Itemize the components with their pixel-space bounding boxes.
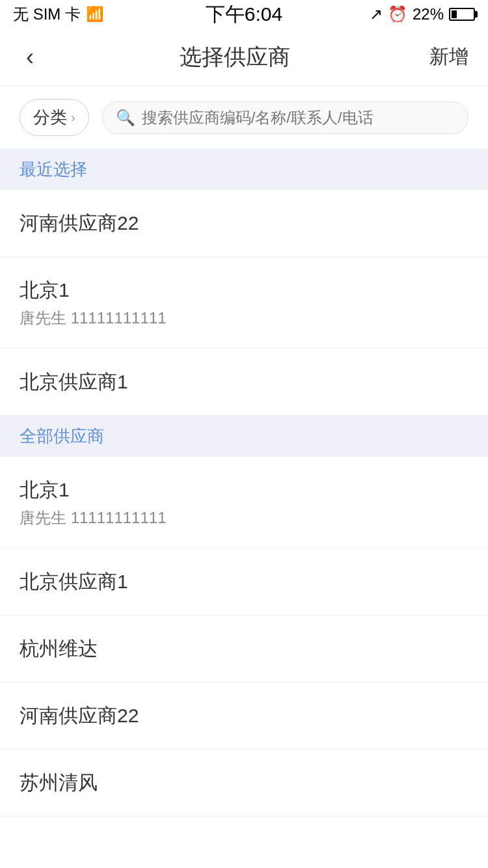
list-item[interactable]: 北京供应商1 <box>0 549 488 616</box>
location-icon: ↗ <box>370 5 383 23</box>
search-icon: 🔍 <box>116 109 135 127</box>
chevron-right-icon: › <box>71 110 75 125</box>
no-sim-text: 无 SIM 卡 <box>13 4 81 25</box>
item-name: 河南供应商22 <box>20 210 468 237</box>
alarm-icon: ⏰ <box>388 5 407 23</box>
item-name: 河南供应商22 <box>20 702 468 729</box>
list-item[interactable]: 河南供应商22 <box>0 190 488 257</box>
all-list: 北京1唐先生 11111111111北京供应商1杭州维达河南供应商22苏州清风 <box>0 457 488 817</box>
list-item[interactable]: 北京1唐先生 11111111111 <box>0 257 488 349</box>
wifi-icon: 📶 <box>86 6 103 23</box>
recent-list: 河南供应商22北京1唐先生 11111111111北京供应商1 <box>0 190 488 416</box>
status-bar: 无 SIM 卡 📶 下午6:04 ↗ ⏰ 22% <box>0 0 488 29</box>
page-title: 选择供应商 <box>180 42 290 72</box>
status-left: 无 SIM 卡 📶 <box>13 4 103 25</box>
category-filter[interactable]: 分类 › <box>20 99 89 136</box>
battery-text: 22% <box>413 5 444 23</box>
item-sub: 唐先生 11111111111 <box>20 308 468 329</box>
add-button[interactable]: 新增 <box>429 44 468 70</box>
category-label: 分类 <box>33 106 67 129</box>
status-right: ↗ ⏰ 22% <box>370 5 475 23</box>
item-name: 苏州清风 <box>20 769 468 796</box>
battery-fill <box>452 10 457 18</box>
list-item[interactable]: 杭州维达 <box>0 616 488 683</box>
item-sub: 唐先生 11111111111 <box>20 508 468 528</box>
nav-bar: ‹ 选择供应商 新增 <box>0 29 488 86</box>
list-item[interactable]: 北京供应商1 <box>0 349 488 416</box>
item-name: 北京供应商1 <box>20 568 468 595</box>
list-item[interactable]: 苏州清风 <box>0 750 488 817</box>
list-item[interactable]: 北京1唐先生 11111111111 <box>0 457 488 549</box>
list-item[interactable]: 河南供应商22 <box>0 683 488 750</box>
item-name: 杭州维达 <box>20 635 468 662</box>
recent-section-header: 最近选择 <box>0 149 488 190</box>
back-button[interactable]: ‹ <box>20 37 40 77</box>
all-section-header: 全部供应商 <box>0 416 488 457</box>
search-input[interactable] <box>142 109 455 127</box>
battery-bar <box>449 8 475 21</box>
all-section-label: 全部供应商 <box>20 426 104 446</box>
item-name: 北京1 <box>20 277 468 304</box>
filter-bar: 分类 › 🔍 <box>0 86 488 149</box>
item-name: 北京供应商1 <box>20 368 468 396</box>
status-time: 下午6:04 <box>206 1 282 28</box>
item-name: 北京1 <box>20 476 468 504</box>
search-box[interactable]: 🔍 <box>102 102 468 134</box>
recent-section-label: 最近选择 <box>20 159 87 179</box>
